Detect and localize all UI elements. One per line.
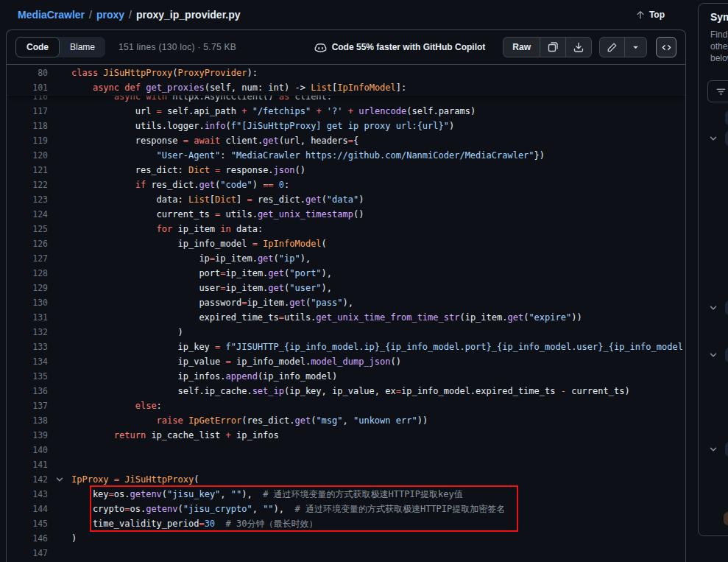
line-number[interactable]: 147 xyxy=(7,548,48,558)
chevron-down-icon xyxy=(709,303,718,312)
raw-button[interactable]: Raw xyxy=(503,38,540,57)
symbols-toggle-button[interactable] xyxy=(656,37,676,57)
line-number[interactable]: 138 xyxy=(7,415,48,426)
code-text: else: xyxy=(71,401,162,411)
breadcrumb-separator: / xyxy=(129,9,132,21)
tab-code[interactable]: Code xyxy=(15,37,60,57)
code-text: IpProxy = JiSuHttpProxy( xyxy=(71,474,199,485)
code-text: url = self.api_path + "/fetchips" + '?' … xyxy=(71,106,476,116)
symbol-pill[interactable] xyxy=(725,131,728,146)
code-line: 142IpProxy = JiSuHttpProxy( xyxy=(7,472,685,487)
breadcrumb-repo-link[interactable]: MediaCrawler xyxy=(18,9,85,21)
symbol-item[interactable] xyxy=(699,510,728,527)
line-number[interactable]: 129 xyxy=(7,283,48,293)
chevron-down-icon[interactable] xyxy=(709,351,718,359)
code-text: ip_info_model = IpInfoModel( xyxy=(71,239,327,249)
symbol-pill[interactable] xyxy=(725,442,728,457)
line-number[interactable]: 136 xyxy=(7,386,48,396)
symbol-item[interactable] xyxy=(699,347,728,363)
code-line: 125 for ip_item in data: xyxy=(7,222,685,236)
line-number[interactable]: 80 xyxy=(7,68,48,78)
code-line: 144 crypto=os.getenv("jisu_crypto", ""),… xyxy=(7,502,685,516)
line-number[interactable]: 133 xyxy=(7,342,48,352)
line-number[interactable]: 140 xyxy=(7,445,48,455)
breadcrumb-separator: / xyxy=(89,9,92,21)
copilot-banner[interactable]: Code 55% faster with GitHub Copilot xyxy=(314,41,486,54)
code-text: return ip_cache_list + ip_infos xyxy=(71,430,279,440)
line-number[interactable]: 142 xyxy=(7,474,48,485)
line-number[interactable]: 135 xyxy=(7,371,48,382)
file-stats: 151 lines (130 loc) · 5.75 KB xyxy=(119,42,236,52)
line-number[interactable]: 122 xyxy=(7,180,48,190)
chevron-down-icon[interactable] xyxy=(709,445,718,454)
collapse-chevron-icon[interactable] xyxy=(48,475,71,484)
code-text: ip_infos.append(ip_info_model) xyxy=(71,371,337,382)
line-number[interactable]: 131 xyxy=(7,312,48,323)
line-number[interactable]: 132 xyxy=(7,327,48,337)
symbol-item[interactable] xyxy=(699,300,728,316)
code-line: 131 expired_time_ts=utils.get_unix_time_… xyxy=(7,310,685,325)
code-text: ip=ip_item.get("ip"), xyxy=(71,253,311,264)
symbol-pill[interactable] xyxy=(725,301,728,315)
tab-blame[interactable]: Blame xyxy=(60,37,105,57)
symbol-pill[interactable] xyxy=(725,110,728,125)
line-number[interactable]: 101 xyxy=(7,82,48,93)
code-line: 140 xyxy=(7,443,685,457)
code-text: if res_dict.get("code") == 0: xyxy=(71,180,289,190)
line-number[interactable]: 126 xyxy=(7,239,48,249)
line-number[interactable]: 134 xyxy=(7,356,48,367)
line-number[interactable]: 143 xyxy=(7,489,48,499)
line-number[interactable]: 145 xyxy=(7,519,48,529)
line-number[interactable]: 127 xyxy=(7,253,48,264)
code-line: 101 async def get_proxies(self, num: int… xyxy=(7,80,685,95)
breadcrumb-filename: proxy_ip_provider.py xyxy=(136,9,241,21)
line-number[interactable]: 123 xyxy=(7,194,48,205)
copilot-banner-text: Code 55% faster with GitHub Copilot xyxy=(332,42,486,52)
line-number[interactable]: 117 xyxy=(7,106,48,116)
line-number[interactable]: 146 xyxy=(7,533,48,544)
symbol-item[interactable] xyxy=(699,110,728,126)
line-number[interactable]: 125 xyxy=(7,224,48,234)
code-text: ip_value = ip_info_model.model_dump_json… xyxy=(71,356,401,367)
code-line: 145 time_validity_period=30 # 30分钟（最长时效） xyxy=(7,516,685,531)
symbol-pill[interactable] xyxy=(725,348,728,362)
chevron-down-icon xyxy=(632,43,640,52)
code-text: for ip_item in data: xyxy=(71,224,263,234)
chevron-down-icon[interactable] xyxy=(709,303,718,312)
line-number[interactable]: 121 xyxy=(7,165,48,175)
code-line: 124 current_ts = utils.get_unix_timestam… xyxy=(7,207,685,222)
symbol-pill[interactable] xyxy=(724,512,728,525)
edit-button[interactable] xyxy=(600,38,624,57)
symbol-item[interactable] xyxy=(699,130,728,147)
breadcrumb-folder-link[interactable]: proxy xyxy=(96,9,124,21)
code-area: 116 async with httpx.AsyncClient() as cl… xyxy=(7,66,685,562)
line-number[interactable]: 141 xyxy=(7,460,48,470)
code-text: response = await client.get(url, headers… xyxy=(71,136,358,146)
code-line: 139 return ip_cache_list + ip_infos xyxy=(7,428,685,443)
copy-button[interactable] xyxy=(540,38,565,57)
line-number[interactable]: 118 xyxy=(7,121,48,131)
file-header: MediaCrawler / proxy / proxy_ip_provider… xyxy=(0,0,728,29)
code-text: raise IpGetError(res_dict.get("msg", "un… xyxy=(71,415,428,426)
line-number[interactable]: 119 xyxy=(7,136,48,146)
code-line: 136 self.ip_cache.set_ip(ip_key, ip_valu… xyxy=(7,384,685,398)
edit-dropdown-button[interactable] xyxy=(624,38,646,57)
line-number[interactable]: 139 xyxy=(7,430,48,440)
code-text: key=os.getenv("jisu_key", ""), # 通过环境变量的… xyxy=(71,488,463,501)
line-number[interactable]: 128 xyxy=(7,268,48,278)
code-text: ) xyxy=(71,533,77,544)
chevron-down-icon[interactable] xyxy=(709,134,718,143)
download-button[interactable] xyxy=(565,38,591,57)
code-blame-switch: Code Blame xyxy=(15,37,105,57)
code-line: 119 response = await client.get(url, hea… xyxy=(7,133,685,148)
scroll-to-top-button[interactable]: Top xyxy=(635,10,665,20)
symbol-item[interactable] xyxy=(699,441,728,457)
line-number[interactable]: 120 xyxy=(7,150,48,161)
breadcrumb: MediaCrawler / proxy / proxy_ip_provider… xyxy=(18,9,241,21)
line-number[interactable]: 124 xyxy=(7,209,48,219)
line-number[interactable]: 130 xyxy=(7,298,48,308)
line-number[interactable]: 137 xyxy=(7,401,48,411)
code-text: "User-Agent": "MediaCrawler https://gith… xyxy=(71,150,545,161)
code-text: current_ts = utils.get_unix_timestamp() xyxy=(71,209,364,219)
line-number[interactable]: 144 xyxy=(7,504,48,514)
